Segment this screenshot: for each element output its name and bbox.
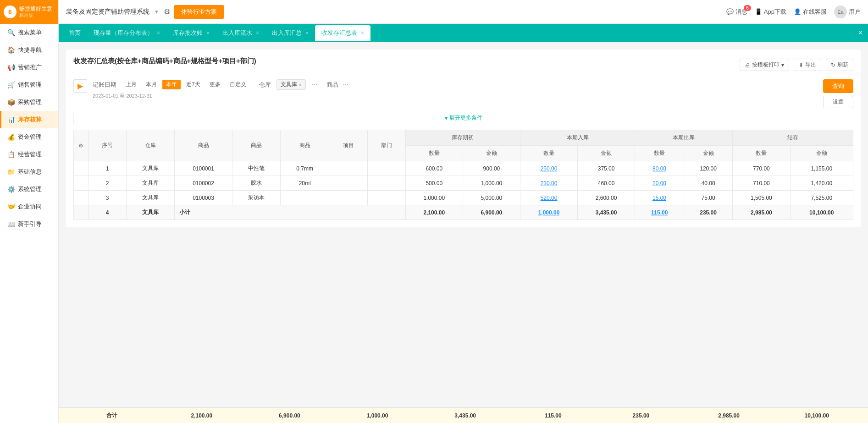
sidebar-item-operations[interactable]: 📋 经营管理 — [0, 146, 58, 163]
tab-close-flow[interactable]: × — [256, 30, 259, 36]
try-btn[interactable]: 体验行业方案 — [174, 5, 224, 19]
settings-icon[interactable]: ⚙ — [164, 7, 170, 16]
tab-close-summary[interactable]: × — [305, 30, 309, 36]
total-bal-qty: 2,985.00 — [685, 412, 773, 419]
row2-in-qty[interactable]: 230.00 — [520, 176, 577, 191]
sidebar-item-basic-info[interactable]: 📁 基础信息 — [0, 163, 58, 181]
sidebar-item-system[interactable]: ⚙️ 系统管理 — [0, 181, 58, 198]
inventory-icon: 📊 — [7, 116, 15, 123]
tab-close-recv-send[interactable]: × — [361, 30, 364, 36]
query-btn[interactable]: 查询 — [823, 79, 853, 93]
subtotal-no: 4 — [88, 205, 127, 220]
export-btn[interactable]: ⬇ 导出 — [794, 59, 821, 71]
row3-in-qty[interactable]: 520.00 — [520, 191, 577, 205]
tab-in-out-summary[interactable]: 出入库汇总 × — [265, 25, 315, 41]
tab-close-batch[interactable]: × — [206, 30, 210, 36]
sidebar-item-enterprise[interactable]: 🤝 企业协同 — [0, 198, 58, 215]
warehouse-tag-close[interactable]: × — [299, 82, 302, 88]
warehouse-tag-text: 文具库 — [281, 81, 297, 88]
total-bal-amt: 10,100.00 — [773, 412, 861, 419]
sidebar-item-sales[interactable]: 🛒 销售管理 — [0, 76, 58, 93]
row1-out-amt: 120.00 — [684, 161, 733, 176]
tab-stock-dist[interactable]: 现存量（库存分布表） × — [87, 25, 166, 41]
subtotal-out-qty[interactable]: 115.00 — [635, 205, 684, 220]
sidebar-item-label: 系统管理 — [18, 185, 42, 193]
th-warehouse: 仓库 — [127, 130, 175, 161]
last-7-days-btn[interactable]: 近7天 — [182, 80, 204, 89]
row3-out-qty[interactable]: 15.00 — [635, 191, 684, 205]
app-download-btn[interactable]: 📱 App下载 — [755, 8, 786, 16]
subtotal-row: 4 文具库 小计 2,100.00 6,900.00 1,000.00 3,43… — [74, 205, 853, 220]
tab-bar-close[interactable]: × — [857, 27, 864, 39]
total-out-amt: 235.00 — [597, 412, 685, 419]
last-month-btn[interactable]: 上月 — [122, 80, 140, 89]
row1-in-qty[interactable]: 250.00 — [520, 161, 577, 176]
row2-out-qty[interactable]: 20.00 — [635, 176, 684, 191]
more-dates-btn[interactable]: 更多 — [206, 80, 224, 89]
tab-batch-ledger[interactable]: 库存批次账 × — [166, 25, 216, 41]
row1-code: 0100001 — [175, 161, 232, 176]
table-settings-th[interactable]: ⚙ — [74, 130, 88, 161]
row2-name: 胶水 — [232, 176, 280, 191]
filter-toggle-btn[interactable]: ▶ — [73, 79, 87, 93]
message-btn[interactable]: 💬 消息 6 — [726, 8, 747, 16]
row2-code: 0100002 — [175, 176, 232, 191]
this-year-btn[interactable]: 本年 — [162, 80, 181, 89]
finance-icon: 💰 — [7, 133, 15, 141]
print-btn[interactable]: 🖨 按模板打印 ▾ — [740, 59, 789, 71]
row1-bal-amt: 1,155.00 — [790, 161, 853, 176]
row3-bal-amt: 7,525.00 — [790, 191, 853, 205]
date-quick-btns: 上月 本月 本年 近7天 更多 自定义 — [122, 80, 250, 89]
warehouse-more[interactable]: ··· — [311, 81, 317, 89]
online-service-btn[interactable]: 👤 在线客服 — [794, 8, 827, 16]
row2-spec: 20ml — [280, 176, 329, 191]
message-badge: 6 — [744, 5, 751, 11]
subtotal-in-qty[interactable]: 1,000.00 — [520, 205, 577, 220]
total-open-qty: 2,100.00 — [158, 412, 246, 419]
sidebar-item-label: 销售管理 — [18, 81, 42, 89]
row1-no: 1 — [88, 161, 127, 176]
total-label: 合计 — [66, 412, 158, 419]
print-dropdown-icon: ▾ — [781, 62, 784, 68]
sidebar-item-finance[interactable]: 💰 资金管理 — [0, 128, 58, 146]
sidebar-item-label: 基础信息 — [18, 168, 42, 176]
th-project: 项目 — [329, 130, 367, 161]
total-in-amt: 3,435.00 — [421, 412, 509, 419]
sidebar-item-search[interactable]: 🔍 搜索菜单 — [0, 24, 58, 41]
sidebar-item-quick-nav[interactable]: 🏠 快捷导航 — [0, 41, 58, 59]
tab-recv-send[interactable]: 收发存汇总表 × — [315, 25, 370, 41]
subtotal-label: 小计 — [175, 205, 405, 220]
sidebar-item-purchase[interactable]: 📦 采购管理 — [0, 93, 58, 111]
sidebar-item-label: 企业协同 — [18, 203, 42, 211]
date-filter-label: 记账日期 — [93, 81, 116, 89]
sidebar-item-inventory[interactable]: 📊 库存核算 — [0, 111, 58, 128]
this-month-btn[interactable]: 本月 — [142, 80, 160, 89]
th-out-amt: 金额 — [684, 146, 733, 161]
row1-out-qty[interactable]: 80.00 — [635, 161, 684, 176]
row2-project — [329, 176, 367, 191]
row3-bal-qty: 1,505.00 — [733, 191, 790, 205]
dropdown-arrow: ▾ — [155, 8, 158, 15]
subtotal-out-amt: 235.00 — [684, 205, 733, 220]
sidebar-item-marketing[interactable]: 📢 营销推广 — [0, 59, 58, 76]
table-row: 1 文具库 0100001 中性笔 0.7mm 600.00 900.00 25… — [74, 161, 853, 176]
refresh-btn[interactable]: ↻ 刷新 — [826, 59, 853, 71]
tab-home[interactable]: 首页 — [62, 25, 87, 41]
tab-close-stock-dist[interactable]: × — [157, 30, 160, 36]
user-btn[interactable]: Ea 用户 — [834, 5, 861, 18]
online-service-label: 在线客服 — [803, 8, 827, 16]
row2-warehouse: 文具库 — [127, 176, 175, 191]
user-label: 用户 — [849, 8, 861, 16]
row2-dept — [367, 176, 405, 191]
th-in-qty: 数量 — [520, 146, 577, 161]
expand-more-btn[interactable]: ▾ 展开更多条件 — [73, 112, 853, 124]
settings-small-btn[interactable]: 设置 — [823, 96, 853, 108]
tab-in-out-flow[interactable]: 出入库流水 × — [216, 25, 265, 41]
row3-out-amt: 75.00 — [684, 191, 733, 205]
goods-more[interactable]: ··· — [342, 81, 348, 89]
sidebar-item-guide[interactable]: 📖 新手引导 — [0, 215, 58, 233]
th-period-in: 本期入库 — [520, 130, 635, 146]
filter-actions: 查询 设置 — [823, 79, 853, 108]
data-table: ⚙ 序号 仓库 商品 商品 商品 项目 部门 库存期初 本期入库 本期出库 结存 — [73, 130, 853, 220]
custom-date-btn[interactable]: 自定义 — [226, 80, 250, 89]
